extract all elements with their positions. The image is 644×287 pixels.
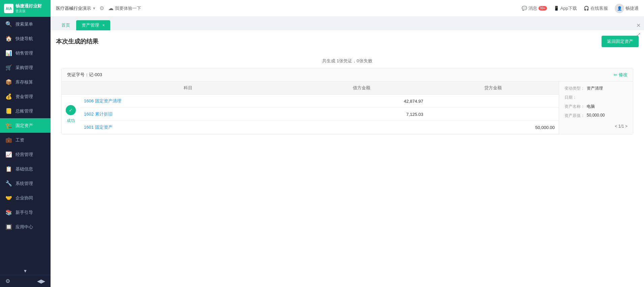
sidebar-item-inventory[interactable]: 📦 库存核算	[0, 75, 51, 89]
asset-value-row: 资产原值： 50,000.00	[564, 113, 627, 119]
sidebar-icon-quick-nav: 🏠	[5, 35, 12, 42]
sidebar-nav: 🔍 搜索菜单 🏠 快捷导航 📊 销售管理 🛒 采购管理 📦 库存核算 💰 资金管…	[0, 17, 51, 267]
app-download-item[interactable]: 📱 App下载	[554, 5, 577, 11]
sidebar-icon-finance: 💰	[5, 93, 12, 100]
page-content: 本次生成的结果 返回固定资产 共生成 1张凭证，0张失败 凭证字号：记-003 …	[51, 30, 644, 287]
sidebar-label-collab: 企业协同	[16, 195, 33, 201]
workspace-title: 医疗器械行业演示 ▾	[56, 5, 95, 11]
success-icon: ✓	[66, 105, 76, 115]
subject-cell[interactable]: 1601 固定资产	[80, 121, 296, 134]
sidebar-label-search: 搜索菜单	[16, 21, 33, 27]
close-panel-button[interactable]: ✕	[634, 22, 643, 29]
notification-item[interactable]: 💬 消息 99+	[522, 5, 547, 11]
col-credit: 贷方金额	[427, 82, 559, 95]
result-summary: 共生成 1张凭证，0张失败	[56, 53, 639, 68]
user-menu[interactable]: 👤 畅捷通	[615, 4, 639, 13]
sidebar-label-quick-nav: 快捷导航	[16, 36, 33, 42]
sidebar-item-operations[interactable]: 📈 经营管理	[0, 147, 51, 162]
sidebar: AtA 畅捷通好业财 普及版 🔍 搜索菜单 🏠 快捷导航 📊 销售管理 🛒 采购…	[0, 0, 51, 287]
prev-page-icon[interactable]: <	[615, 124, 617, 129]
sidebar-label-purchase: 采购管理	[16, 65, 33, 71]
app-sub: 普及版	[16, 9, 42, 13]
sidebar-item-basic-info[interactable]: 📋 基础信息	[0, 162, 51, 176]
sidebar-icon-sales: 📊	[5, 50, 12, 56]
sidebar-item-search[interactable]: 🔍 搜索菜单	[0, 17, 51, 31]
edit-icon: ✏	[614, 72, 617, 77]
sidebar-item-sales[interactable]: 📊 销售管理	[0, 46, 51, 60]
sidebar-item-fixed-assets[interactable]: 🏗️ 固定资产	[0, 118, 51, 133]
sidebar-item-apps[interactable]: 🔲 应用中心	[0, 220, 51, 234]
col-subject: 科目	[80, 82, 296, 95]
online-service-item[interactable]: 🎧 在线客服	[584, 5, 608, 11]
topbar: 医疗器械行业演示 ▾ ⚙ ☁ 我要体验一下 💬 消息 99+ 📱 App下载 🎧…	[51, 0, 644, 17]
page-header: 本次生成的结果 返回固定资产	[56, 36, 639, 47]
sidebar-icon-system: 🔧	[5, 180, 12, 187]
avatar: 👤	[615, 4, 624, 13]
toggle-sidebar-icon[interactable]: ◀▶	[37, 278, 45, 284]
sidebar-label-basic-info: 基础信息	[16, 166, 33, 172]
sidebar-label-inventory: 库存核算	[16, 79, 33, 85]
info-pagination: < 1/1 >	[564, 124, 627, 129]
sidebar-item-payroll[interactable]: 💼 工资	[0, 133, 51, 147]
experience-button[interactable]: ☁ 我要体验一下	[108, 5, 141, 11]
sidebar-icon-apps: 🔲	[5, 224, 12, 230]
panel-controls: ✕ ⤢	[633, 20, 644, 40]
sidebar-label-ledger: 总账管理	[16, 108, 33, 114]
user-icon: 👤	[617, 6, 622, 11]
mobile-icon: 📱	[554, 6, 559, 11]
voucher-container: 凭证字号：记-003 ✏ 修改 科目 借方金额 贷方金额	[61, 68, 633, 134]
change-type-row: 变动类型： 资产清理	[564, 86, 627, 91]
table-row: 1601 固定资产 50,000.00	[62, 121, 559, 134]
workspace-dropdown-icon[interactable]: ▾	[93, 6, 95, 11]
sidebar-scroll-arrow[interactable]: ▼	[0, 267, 51, 275]
tab-asset-management[interactable]: 资产管理 ×	[76, 20, 110, 30]
col-debit: 借方金额	[296, 82, 427, 95]
voucher-number: 凭证字号：记-003	[67, 72, 102, 78]
sidebar-item-quick-nav[interactable]: 🏠 快捷导航	[0, 31, 51, 46]
sidebar-item-purchase[interactable]: 🛒 采购管理	[0, 60, 51, 75]
credit-cell	[427, 108, 559, 121]
logo-icon: AtA	[4, 4, 13, 13]
main-content: 医疗器械行业演示 ▾ ⚙ ☁ 我要体验一下 💬 消息 99+ 📱 App下载 🎧…	[51, 0, 644, 287]
sidebar-item-guide[interactable]: 📚 新手引导	[0, 205, 51, 220]
sidebar-bottom: ⚙ ◀▶	[0, 275, 51, 287]
table-row: 1602 累计折旧 7,125.03	[62, 108, 559, 121]
status-cell: ✓ 成功	[62, 95, 80, 134]
topbar-right: 💬 消息 99+ 📱 App下载 🎧 在线客服 👤 畅捷通	[522, 4, 639, 13]
notification-icon: 💬	[522, 6, 527, 11]
pagination-text: 1/1	[618, 124, 625, 129]
sidebar-item-collab[interactable]: 🤝 企业协同	[0, 191, 51, 205]
sidebar-item-system[interactable]: 🔧 系统管理	[0, 176, 51, 191]
headset-icon: 🎧	[584, 6, 589, 11]
date-row: 日期：	[564, 95, 627, 100]
debit-cell	[296, 121, 427, 134]
subject-cell[interactable]: 1602 累计折旧	[80, 108, 296, 121]
sidebar-icon-fixed-assets: 🏗️	[5, 122, 12, 129]
tabbar: 首页 资产管理 ×	[51, 17, 644, 30]
sidebar-icon-operations: 📈	[5, 151, 12, 158]
sidebar-item-finance[interactable]: 💰 资金管理	[0, 89, 51, 104]
edit-button[interactable]: ✏ 修改	[614, 72, 627, 78]
tab-close-icon[interactable]: ×	[102, 23, 105, 28]
debit-cell: 42,874.97	[296, 95, 427, 108]
settings-icon[interactable]: ⚙	[99, 5, 104, 11]
sidebar-item-ledger[interactable]: 📒 总账管理	[0, 104, 51, 118]
voucher-info-panel: 变动类型： 资产清理 日期： 资产名称： 电脑 资产原值： 50,000.00	[559, 82, 633, 134]
next-page-icon[interactable]: >	[625, 124, 627, 129]
subject-cell[interactable]: 1606 固定资产清理	[80, 95, 296, 108]
debit-cell: 7,125.03	[296, 108, 427, 121]
tab-home[interactable]: 首页	[56, 20, 75, 30]
expand-panel-button[interactable]: ⤢	[634, 31, 643, 38]
asset-name-row: 资产名称： 电脑	[564, 104, 627, 109]
sidebar-label-apps: 应用中心	[16, 224, 33, 230]
app-name: 畅捷通好业财	[16, 3, 42, 9]
voucher-header: 凭证字号：记-003 ✏ 修改	[62, 68, 633, 82]
settings-icon[interactable]: ⚙	[5, 278, 10, 284]
status-text: 成功	[67, 118, 75, 124]
sidebar-icon-inventory: 📦	[5, 79, 12, 85]
sidebar-label-operations: 经营管理	[16, 152, 33, 158]
sidebar-icon-purchase: 🛒	[5, 64, 12, 71]
table-row: ✓ 成功 1606 固定资产清理 42,874.97	[62, 95, 559, 108]
sidebar-label-sales: 销售管理	[16, 50, 33, 56]
sidebar-logo: AtA 畅捷通好业财 普及版	[0, 0, 51, 17]
